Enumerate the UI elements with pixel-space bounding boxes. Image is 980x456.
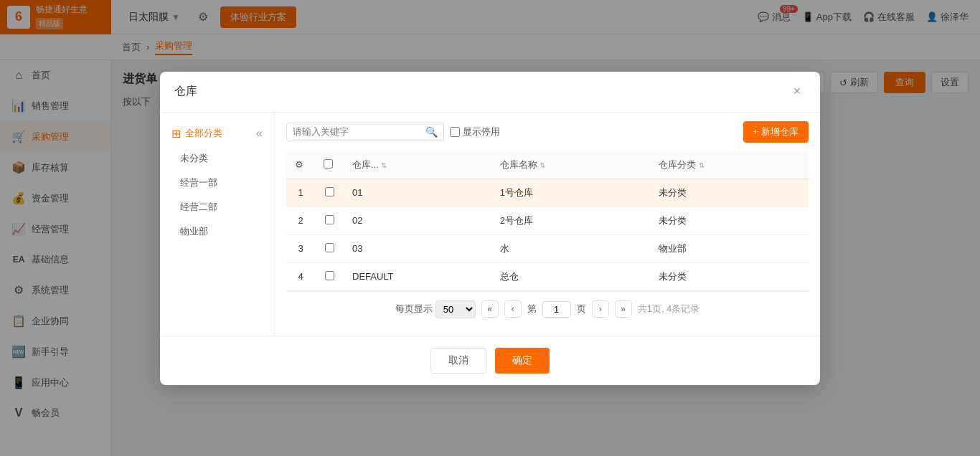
th-code: 仓库... ⇅ [344,151,491,179]
row-checkbox-1 [315,206,344,234]
cat-item-unclassified[interactable]: 未分类 [160,146,274,171]
row-name-0: 1号仓库 [491,179,650,206]
page-label: 第 [527,303,537,315]
modal-body: ⊞ 全部分类 « 未分类 经营一部 经营二部 物业部 [160,113,820,336]
th-settings: ⚙ [286,151,315,179]
row-num-2: 3 [286,234,315,262]
page-suffix: 页 [577,303,586,315]
row-num-1: 2 [286,206,315,234]
warehouse-modal: 仓库 × ⊞ 全部分类 « 未分类 经营一部 经营二部 [160,72,820,385]
th-category: 仓库分类 ⇅ [650,151,809,179]
sort-name-icon[interactable]: ⇅ [540,161,545,169]
category-panel: ⊞ 全部分类 « 未分类 经营一部 经营二部 物业部 [160,113,275,336]
table-row[interactable]: 1 01 1号仓库 未分类 [286,179,809,206]
per-page-selector: 每页显示 50 100 [395,300,476,318]
table-row[interactable]: 2 02 2号仓库 未分类 [286,206,809,234]
row-name-2: 水 [491,234,650,262]
grid-icon: ⊞ [171,127,181,141]
row-select-2[interactable] [325,243,334,252]
row-select-1[interactable] [325,215,334,224]
table-header-row: ⚙ 仓库... ⇅ 仓库名称 ⇅ [286,151,809,179]
modal-header: 仓库 × [160,72,820,113]
search-box[interactable]: 🔍 [286,123,444,141]
settings-col-icon: ⚙ [295,159,303,170]
first-page-button[interactable]: « [481,300,499,318]
all-categories-label: 全部分类 [185,127,222,140]
table-row[interactable]: 3 03 水 物业部 [286,234,809,262]
search-icon[interactable]: 🔍 [425,126,438,138]
per-page-select[interactable]: 50 100 [435,300,476,318]
sort-code-icon[interactable]: ⇅ [381,161,387,169]
row-category-0: 未分类 [650,179,809,206]
row-checkbox-0 [315,179,344,206]
modal-close-button[interactable]: × [788,83,806,100]
row-name-3: 总仓 [491,262,650,290]
show-disabled-checkbox[interactable] [450,127,460,137]
row-select-3[interactable] [325,271,334,280]
th-name: 仓库名称 ⇅ [491,151,650,179]
row-code-0: 01 [344,179,491,206]
add-warehouse-button[interactable]: + 新增仓库 [743,121,809,143]
row-checkbox-2 [315,234,344,262]
row-category-1: 未分类 [650,206,809,234]
total-info: 共1页, 4条记录 [638,303,700,315]
row-code-1: 02 [344,206,491,234]
th-checkbox [315,151,344,179]
sort-category-icon[interactable]: ⇅ [699,161,705,169]
row-name-1: 2号仓库 [491,206,650,234]
search-input[interactable] [293,126,423,137]
page-input[interactable] [542,301,571,318]
row-checkbox-3 [315,262,344,290]
cat-item-dept2[interactable]: 经营二部 [160,195,274,219]
show-disabled-toggle: 显示停用 [450,125,500,138]
modal-overlay: 仓库 × ⊞ 全部分类 « 未分类 经营一部 经营二部 [0,0,980,456]
row-category-2: 物业部 [650,234,809,262]
table-toolbar: 🔍 显示停用 + 新增仓库 [286,121,809,143]
modal-title: 仓库 [174,84,197,99]
show-disabled-label: 显示停用 [463,125,500,138]
row-category-3: 未分类 [650,262,809,290]
last-page-button[interactable]: » [615,300,632,318]
per-page-label: 每页显示 [395,303,433,315]
confirm-button[interactable]: 确定 [495,348,550,374]
select-all-checkbox[interactable] [324,159,333,168]
row-code-3: DEFAULT [344,262,491,290]
table-panel: 🔍 显示停用 + 新增仓库 ⚙ [275,113,820,336]
collapse-button[interactable]: « [256,127,263,140]
row-num-0: 1 [286,179,315,206]
warehouse-table: ⚙ 仓库... ⇅ 仓库名称 ⇅ [286,151,809,291]
cat-item-property[interactable]: 物业部 [160,219,274,244]
cancel-button[interactable]: 取消 [430,348,486,374]
cat-item-dept1[interactable]: 经营一部 [160,171,274,195]
prev-page-button[interactable]: ‹ [504,300,522,318]
table-row[interactable]: 4 DEFAULT 总仓 未分类 [286,262,809,290]
modal-footer: 取消 确定 [160,336,820,385]
next-page-button[interactable]: › [592,300,609,318]
all-categories-header[interactable]: ⊞ 全部分类 « [160,121,274,146]
row-select-0[interactable] [325,187,334,196]
row-num-3: 4 [286,262,315,290]
pagination-bar: 每页显示 50 100 « ‹ 第 页 › » 共1页, 4条记录 [286,291,809,327]
row-code-2: 03 [344,234,491,262]
